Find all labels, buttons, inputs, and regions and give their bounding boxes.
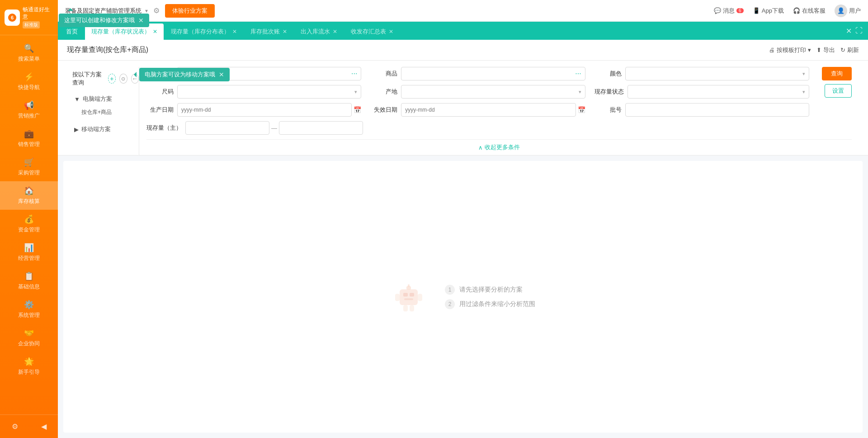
app-download-label: App下载 bbox=[762, 7, 784, 15]
collapse-bar[interactable]: ∧ 收起更多条件 bbox=[146, 139, 852, 155]
scheme-item-mobile[interactable]: ▶ 移动端方案 bbox=[74, 122, 139, 136]
qty-from-input[interactable] bbox=[185, 121, 269, 135]
logo-text-container: 畅通道好生意 标准版 bbox=[23, 6, 53, 28]
copy-scheme-btn[interactable]: ⊙ bbox=[119, 74, 127, 84]
sidebar-item-purchase[interactable]: 🛒 采购管理 bbox=[0, 153, 58, 181]
tab-inventory-dist[interactable]: 现存量（库存分布表） ✕ bbox=[165, 24, 243, 40]
tab-in-out-flow[interactable]: 出入库流水 ✕ bbox=[294, 24, 344, 40]
tab-label: 现存量（库存状况表） bbox=[91, 28, 150, 36]
sidebar-item-guide[interactable]: 🌟 新手引导 bbox=[0, 352, 58, 381]
search-btn[interactable]: 查询 bbox=[822, 67, 852, 80]
qty-to-input[interactable] bbox=[279, 121, 363, 135]
size-select[interactable]: ▾ bbox=[177, 85, 361, 99]
tab-fullscreen-btn[interactable]: ⛶ bbox=[855, 27, 863, 35]
user-menu[interactable]: 👤 用户 bbox=[835, 5, 861, 17]
message-btn[interactable]: 💬 消息 6 bbox=[714, 7, 744, 15]
gear-icon[interactable]: ⚙ bbox=[153, 6, 160, 15]
svg-rect-2 bbox=[400, 289, 418, 305]
svg-text:6: 6 bbox=[11, 15, 14, 20]
print-btn[interactable]: 🖨 按模板打印 ▾ bbox=[769, 46, 811, 54]
calendar-icon-2[interactable]: 📅 bbox=[578, 106, 585, 113]
tab-close-icon[interactable]: ✕ bbox=[389, 28, 393, 35]
stock-status-label: 现存量状态 bbox=[594, 88, 624, 96]
goods-select[interactable]: ··· bbox=[401, 67, 585, 80]
tab-close-icon[interactable]: ✕ bbox=[333, 28, 337, 35]
svg-rect-9 bbox=[418, 294, 422, 301]
filter-area: 按以下方案查询 + ⊙ ← 电脑方案可设为移动方案哦 ✕ bbox=[67, 67, 859, 155]
empty-icon bbox=[391, 278, 427, 316]
sidebar-item-search[interactable]: 🔍 搜索菜单 bbox=[0, 39, 58, 67]
sidebar: 6 畅通道好生意 标准版 🔍 搜索菜单 ⚡ 快捷导航 📢 营销推广 💼 销售管理… bbox=[0, 0, 58, 438]
warehouse-dots-icon[interactable]: ··· bbox=[351, 70, 357, 78]
refresh-btn[interactable]: ↻ 刷新 bbox=[840, 46, 859, 54]
setting-btn[interactable]: 设置 bbox=[825, 84, 852, 98]
page-header: 现存量查询(按仓库+商品) 🖨 按模板打印 ▾ ⬆ 导出 ↻ 刷新 bbox=[58, 40, 868, 61]
tab-receive-summary[interactable]: 收发存汇总表 ✕ bbox=[344, 24, 400, 40]
scheme-item-desktop-sub[interactable]: 按仓库+商品 bbox=[74, 106, 139, 119]
svg-rect-10 bbox=[403, 305, 408, 311]
search-actions: 查询 设置 bbox=[816, 67, 852, 139]
size-arrow-icon: ▾ bbox=[354, 89, 357, 95]
settings-bottom-btn[interactable]: ⚙ bbox=[9, 419, 21, 433]
topbar-right: 💬 消息 6 📱 App下载 🎧 在线客服 👤 用户 bbox=[714, 5, 861, 17]
qty-label: 现存量（主） bbox=[146, 124, 182, 132]
sidebar-item-system[interactable]: ⚙️ 系统管理 bbox=[0, 295, 58, 324]
app-download-btn[interactable]: 📱 App下载 bbox=[753, 7, 784, 15]
tab-close-icon[interactable]: ✕ bbox=[153, 28, 157, 35]
svg-rect-4 bbox=[410, 293, 414, 297]
expand-icon: ▶ bbox=[74, 126, 79, 133]
tooltip-desktop-scheme: 电脑方案可设为移动方案哦 ✕ bbox=[139, 68, 230, 81]
tab-close-icon[interactable]: ✕ bbox=[232, 28, 237, 35]
origin-arrow-icon: ▾ bbox=[579, 89, 581, 95]
finance-icon: 💰 bbox=[24, 214, 34, 224]
headset-icon: 🎧 bbox=[793, 7, 800, 14]
tab-batch-account[interactable]: 库存批次账 ✕ bbox=[244, 24, 293, 40]
sidebar-item-operations[interactable]: 📊 经营管理 bbox=[0, 238, 58, 267]
online-support-btn[interactable]: 🎧 在线客服 bbox=[793, 7, 826, 15]
refresh-label: 刷新 bbox=[847, 46, 859, 54]
sidebar-item-quicknav[interactable]: ⚡ 快捷导航 bbox=[0, 67, 58, 96]
sales-icon: 💼 bbox=[24, 129, 34, 139]
stock-status-select[interactable]: ▾ bbox=[627, 85, 809, 99]
system-chevron-icon: ▾ bbox=[145, 8, 148, 14]
filter-field-goods: 商品 ··· bbox=[370, 67, 585, 80]
origin-select[interactable]: ▾ bbox=[401, 85, 585, 99]
svg-rect-5 bbox=[404, 298, 413, 300]
scheme-label: 电脑端方案 bbox=[83, 95, 112, 103]
svg-rect-11 bbox=[410, 305, 414, 311]
calendar-icon[interactable]: 📅 bbox=[354, 106, 361, 113]
prod-date-group: 📅 bbox=[177, 103, 361, 117]
empty-step-2: 2 用过滤条件来缩小分析范围 bbox=[445, 299, 535, 309]
add-scheme-btn[interactable]: + bbox=[108, 74, 116, 84]
sidebar-item-enterprise[interactable]: 🤝 企业协同 bbox=[0, 324, 58, 352]
marketing-icon: 📢 bbox=[24, 100, 34, 110]
color-select[interactable]: ▾ bbox=[625, 67, 809, 80]
tab-close-icon[interactable]: ✕ bbox=[283, 28, 287, 35]
tooltip-text: 电脑方案可设为移动方案哦 bbox=[145, 71, 215, 79]
expire-date-from[interactable] bbox=[401, 103, 576, 117]
sidebar-item-inventory[interactable]: 🏠 库存核算 bbox=[0, 181, 58, 210]
search-icon: 🔍 bbox=[24, 43, 34, 53]
svg-rect-8 bbox=[395, 294, 400, 301]
batch-input[interactable] bbox=[625, 103, 809, 117]
print-arrow-icon: ▾ bbox=[808, 47, 811, 53]
range-dash: — bbox=[271, 125, 277, 132]
color-arrow-icon: ▾ bbox=[802, 71, 805, 77]
page-title: 现存量查询(按仓库+商品) bbox=[67, 45, 148, 55]
sidebar-item-basicinfo[interactable]: 📋 基础信息 bbox=[0, 267, 58, 295]
sidebar-item-sales[interactable]: 💼 销售管理 bbox=[0, 124, 58, 153]
tab-close-all-btn[interactable]: ✕ bbox=[846, 27, 852, 35]
filter-field-prod-date: 生产日期 📅 bbox=[146, 103, 361, 117]
filter-row-4: 现存量（主） — bbox=[146, 121, 809, 135]
message-badge: 6 bbox=[736, 8, 744, 13]
sidebar-item-finance[interactable]: 💰 资金管理 bbox=[0, 210, 58, 238]
prod-date-from[interactable] bbox=[177, 103, 352, 117]
scheme-item-desktop[interactable]: ▼ 电脑端方案 bbox=[74, 92, 139, 106]
sidebar-item-marketing[interactable]: 📢 营销推广 bbox=[0, 96, 58, 124]
export-btn[interactable]: ⬆ 导出 bbox=[816, 46, 835, 54]
qty-range: — bbox=[185, 121, 363, 135]
trial-btn[interactable]: 体验行业方案 bbox=[165, 4, 215, 18]
collapse-sidebar-btn[interactable]: ◀ bbox=[38, 419, 49, 433]
goods-dots-icon[interactable]: ··· bbox=[575, 70, 581, 78]
tooltip-close-btn[interactable]: ✕ bbox=[219, 71, 224, 78]
